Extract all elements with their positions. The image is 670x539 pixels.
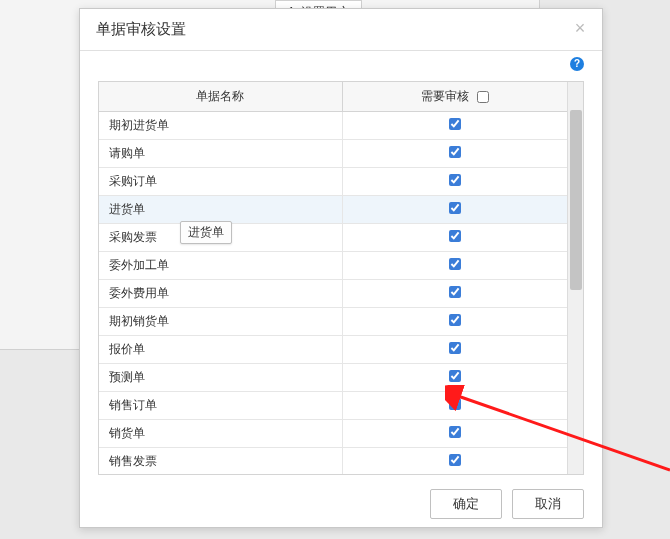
cell-check [342, 252, 567, 280]
scrollbar[interactable] [567, 82, 583, 474]
table-row[interactable]: 采购订单 [99, 168, 567, 196]
row-checkbox[interactable] [449, 426, 461, 438]
table-row[interactable]: 委外加工单 [99, 252, 567, 280]
cell-check [342, 420, 567, 448]
header-audit: 需要审核 [342, 82, 567, 112]
cell-check [342, 112, 567, 140]
table-row[interactable]: 销货单 [99, 420, 567, 448]
table-row[interactable]: 期初销货单 [99, 308, 567, 336]
row-checkbox[interactable] [449, 258, 461, 270]
cell-name: 采购订单 [99, 168, 342, 196]
modal-header: 单据审核设置 × [80, 9, 602, 51]
cell-check [342, 140, 567, 168]
cell-name: 期初进货单 [99, 112, 342, 140]
scrollbar-thumb[interactable] [570, 110, 582, 290]
cell-name: 销售订单 [99, 392, 342, 420]
cell-name: 报价单 [99, 336, 342, 364]
modal-footer: 确定 取消 [80, 481, 602, 527]
table-container: 单据名称 需要审核 期初进货单请购单采购订单进货单采购发票委外加工单委外费用单期… [98, 81, 584, 475]
row-checkbox[interactable] [449, 370, 461, 382]
cell-name: 请购单 [99, 140, 342, 168]
table-row[interactable]: 销售订单 [99, 392, 567, 420]
help-icon[interactable]: ? [570, 57, 584, 71]
cell-name: 销货单 [99, 420, 342, 448]
row-checkbox[interactable] [449, 342, 461, 354]
header-checkbox[interactable] [477, 91, 489, 103]
table-row[interactable]: 报价单 [99, 336, 567, 364]
cell-check [342, 336, 567, 364]
table-row[interactable]: 委外费用单 [99, 280, 567, 308]
cell-check [342, 364, 567, 392]
table-header-row: 单据名称 需要审核 [99, 82, 567, 112]
modal-body: ? 单据名称 需要审核 [80, 51, 602, 481]
table-row[interactable]: 进货单 [99, 196, 567, 224]
row-checkbox[interactable] [449, 314, 461, 326]
cell-name: 委外费用单 [99, 280, 342, 308]
cell-check [342, 308, 567, 336]
table-row[interactable]: 请购单 [99, 140, 567, 168]
cancel-button[interactable]: 取消 [512, 489, 584, 519]
cell-check [342, 392, 567, 420]
close-icon[interactable]: × [570, 19, 590, 39]
row-checkbox[interactable] [449, 202, 461, 214]
table-scroll: 单据名称 需要审核 期初进货单请购单采购订单进货单采购发票委外加工单委外费用单期… [99, 82, 567, 474]
cell-name: 委外加工单 [99, 252, 342, 280]
header-name: 单据名称 [99, 82, 342, 112]
cell-name: 销售发票 [99, 448, 342, 475]
row-checkbox[interactable] [449, 146, 461, 158]
cell-check [342, 448, 567, 475]
table-row[interactable]: 采购发票 [99, 224, 567, 252]
row-checkbox[interactable] [449, 286, 461, 298]
cell-name: 期初销货单 [99, 308, 342, 336]
cell-check [342, 224, 567, 252]
row-checkbox[interactable] [449, 454, 461, 466]
cell-check [342, 280, 567, 308]
cell-name: 进货单 [99, 196, 342, 224]
cell-check [342, 196, 567, 224]
cell-check [342, 168, 567, 196]
audit-settings-modal: 单据审核设置 × ? 单据名称 需要审核 [79, 8, 603, 528]
row-checkbox[interactable] [449, 230, 461, 242]
table-row[interactable]: 预测单 [99, 364, 567, 392]
row-tooltip: 进货单 [180, 221, 232, 244]
ok-button[interactable]: 确定 [430, 489, 502, 519]
row-checkbox[interactable] [449, 174, 461, 186]
audit-table: 单据名称 需要审核 期初进货单请购单采购订单进货单采购发票委外加工单委外费用单期… [99, 82, 567, 474]
row-checkbox[interactable] [449, 398, 461, 410]
cell-name: 预测单 [99, 364, 342, 392]
row-checkbox[interactable] [449, 118, 461, 130]
modal-title: 单据审核设置 [96, 20, 186, 39]
table-row[interactable]: 销售发票 [99, 448, 567, 475]
table-row[interactable]: 期初进货单 [99, 112, 567, 140]
